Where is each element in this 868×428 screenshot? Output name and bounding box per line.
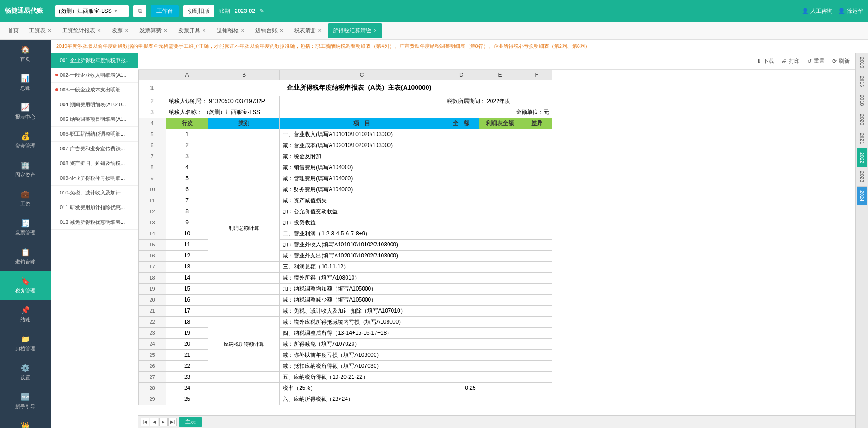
form-list-item-007[interactable]: 007-广告费和业务宣传费跌... — [51, 142, 138, 156]
table-row: 15 11 加：营业外收入(填写A101010\101020\103000) — [139, 239, 552, 250]
close-icon[interactable]: ✕ — [47, 28, 51, 33]
nav-tab-salary-stat[interactable]: 工资统计报表 ✕ — [57, 23, 106, 38]
sidebar-item-newguide[interactable]: 🆕 新手引导 — [0, 387, 51, 416]
salary-icon: 💼 — [21, 190, 30, 199]
nav-tab-income-tax[interactable]: 所得税汇算清缴 ✕ — [328, 23, 382, 38]
download-button[interactable]: ⬇ 下载 — [757, 57, 774, 65]
member-icon: 👑 — [21, 422, 30, 428]
invoice-icon: 🧾 — [21, 219, 30, 228]
close-icon[interactable]: ✕ — [202, 28, 206, 33]
reset-icon: ↺ — [807, 58, 812, 64]
sidebar-item-tax[interactable]: 🔖 税务管理 — [0, 271, 51, 300]
nav-tab-home[interactable]: 首页 — [4, 23, 23, 38]
form-list-item-002[interactable]: 002-一般企业收入明细表(A1... — [51, 68, 138, 83]
sidebar-item-report[interactable]: 📈 报表中心 — [0, 97, 51, 126]
nav-tab-taxclear[interactable]: 税表清册 ✕ — [289, 23, 327, 38]
table-row: 29 25 六、应纳所得税额（23×24） — [139, 394, 552, 405]
year-panel: 2019 2016 2018 2020 2021 2022 2023 2024 — [855, 53, 868, 428]
sidebar-item-member[interactable]: 👑 畅会员 — [0, 416, 51, 428]
refresh-icon: ⟳ — [832, 58, 837, 64]
year-item-2022[interactable]: 2022 — [857, 148, 867, 167]
nav-tab-invoice-calc[interactable]: 发票算费 ✕ — [134, 23, 172, 38]
sheet-nav-prev[interactable]: ◀ — [150, 418, 158, 426]
close-icon[interactable]: ✕ — [163, 28, 167, 33]
sheet-container[interactable]: A B C D E F 1 企业所 — [138, 70, 855, 416]
sheet-nav-first[interactable]: |◀ — [141, 418, 149, 426]
close-icon[interactable]: ✕ — [318, 28, 322, 33]
sidebar-item-salary[interactable]: 💼 工资 — [0, 184, 51, 213]
sidebar-item-closeaccount[interactable]: 📌 结账 — [0, 300, 51, 329]
table-row: 6 2 减：营业成本(填写A102010\102020\103000) — [139, 140, 552, 151]
year-item-2024[interactable]: 2024 — [857, 187, 867, 205]
sidebar-item-home[interactable]: 🏠 首页 — [0, 40, 51, 68]
form-list-item-012[interactable]: 012-减免所得税优惠明细表... — [51, 215, 138, 230]
year-item-2016[interactable]: 2016 — [857, 72, 867, 91]
sidebar-item-archive[interactable]: 📁 归档管理 — [0, 329, 51, 358]
spreadsheet-table: A B C D E F 1 企业所 — [138, 70, 552, 405]
form-list-item-006[interactable]: 006-职工薪酬纳税调整明细... — [51, 127, 138, 142]
sidebar-label-report: 报表中心 — [15, 114, 35, 120]
form-list-item-010[interactable]: 010-免税、减计收入及加计... — [51, 186, 138, 200]
sidebar-label-archive: 归档管理 — [15, 345, 35, 352]
ai-service-button[interactable]: 👤 人工咨询 — [802, 7, 833, 15]
col-header-rownum — [139, 70, 166, 80]
sidebar-label-closeaccount: 结账 — [20, 316, 30, 323]
sidebar-item-purchasesales[interactable]: 📋 进销台账 — [0, 242, 51, 271]
status-dot — [55, 88, 58, 91]
form-item-label: 009-企业所得税补亏损明细... — [60, 175, 125, 182]
year-item-2020[interactable]: 2020 — [857, 110, 867, 129]
copy-icon-button[interactable]: ⧉ — [133, 5, 146, 17]
switch-version-button[interactable]: 切到旧版 — [183, 5, 214, 17]
report-icon: 📈 — [21, 103, 30, 112]
user-profile[interactable]: 👤 徐运华 — [838, 7, 863, 15]
form-list-item-005[interactable]: 005-纳税调整项目明细表(A1... — [51, 112, 138, 127]
sidebar-item-capital[interactable]: 💰 资金管理 — [0, 126, 51, 155]
capital-icon: 💰 — [21, 132, 30, 141]
col-leibie-header: 类别 — [208, 118, 280, 129]
sidebar-item-ledger[interactable]: 📊 总账 — [0, 68, 51, 97]
table-row: 27 23 五、应纳税所得额（19-20-21-22） — [139, 371, 552, 382]
sidebar-item-settings[interactable]: ⚙️ 设置 — [0, 358, 51, 387]
nav-tab-ledger[interactable]: 进销台账 ✕ — [250, 23, 288, 38]
period-edit-icon[interactable]: ✎ — [260, 8, 264, 14]
print-button[interactable]: 🖨 打印 — [781, 57, 800, 65]
year-item-2021[interactable]: 2021 — [857, 129, 867, 148]
form-list-item-008[interactable]: 008-资产折旧、摊销及纳税... — [51, 156, 138, 171]
nav-tab-invoice[interactable]: 发票 ✕ — [107, 23, 133, 38]
nav-tab-salary[interactable]: 工资表 ✕ — [24, 23, 56, 38]
year-item-2019[interactable]: 2019 — [857, 53, 867, 72]
company-selector[interactable]: (勿删）江西服宝-LSS ▼ — [55, 5, 129, 17]
year-item-2018[interactable]: 2018 — [857, 91, 867, 110]
form-list-item-003[interactable]: 003-一般企业成本支出明细... — [51, 83, 138, 97]
close-icon[interactable]: ✕ — [97, 28, 101, 33]
nav-tab-audit[interactable]: 进销稽核 ✕ — [212, 23, 249, 38]
form-item-label: 007-广告费和业务宣传费跌... — [60, 145, 125, 152]
sidebar-item-invoice[interactable]: 🧾 发票管理 — [0, 213, 51, 242]
refresh-button[interactable]: ⟳ 刷新 — [832, 57, 850, 65]
sheet-tab-main[interactable]: 主表 — [179, 417, 202, 427]
status-dot — [55, 103, 58, 106]
currency-cell: 金额单位：元 — [479, 107, 552, 118]
reset-button[interactable]: ↺ 重置 — [807, 57, 825, 65]
company-name: (勿删）江西服宝-LSS — [59, 7, 112, 15]
table-row: 1 企业所得税年度纳税申报表（A类）主表(A100000) — [139, 80, 552, 96]
ai-icon: 👤 — [802, 8, 809, 14]
navtabs-bar: 首页 工资表 ✕ 工资统计报表 ✕ 发票 ✕ 发票算费 ✕ 发票开具 ✕ 进销稽… — [0, 22, 868, 40]
sidebar-item-assets[interactable]: 🏢 固定资产 — [0, 155, 51, 184]
workbench-button[interactable]: 工作台 — [151, 5, 179, 17]
table-row: 19 15 加：纳税调整增加额（填写A105000） — [139, 283, 552, 294]
close-icon[interactable]: ✕ — [125, 28, 128, 33]
close-icon[interactable]: ✕ — [373, 28, 377, 33]
sheet-nav-next[interactable]: ▶ — [159, 418, 168, 426]
form-list-item-004[interactable]: 004-期间费用明细表(A1040... — [51, 97, 138, 112]
form-list-item-009[interactable]: 009-企业所得税补亏损明细... — [51, 171, 138, 186]
close-icon[interactable]: ✕ — [279, 28, 283, 33]
form-list-item-001[interactable]: 001-企业所得税年度纳税申报... — [51, 53, 138, 68]
sheet-nav-last[interactable]: ▶| — [168, 418, 177, 426]
form-list-item-011[interactable]: 011-研发费用加计扣除优惠... — [51, 200, 138, 215]
assets-icon: 🏢 — [21, 161, 30, 170]
nav-tab-invoice-open[interactable]: 发票开具 ✕ — [173, 23, 211, 38]
year-item-2023[interactable]: 2023 — [857, 167, 867, 186]
col-quane-header: 全 额 — [444, 118, 479, 129]
close-icon[interactable]: ✕ — [241, 28, 244, 33]
